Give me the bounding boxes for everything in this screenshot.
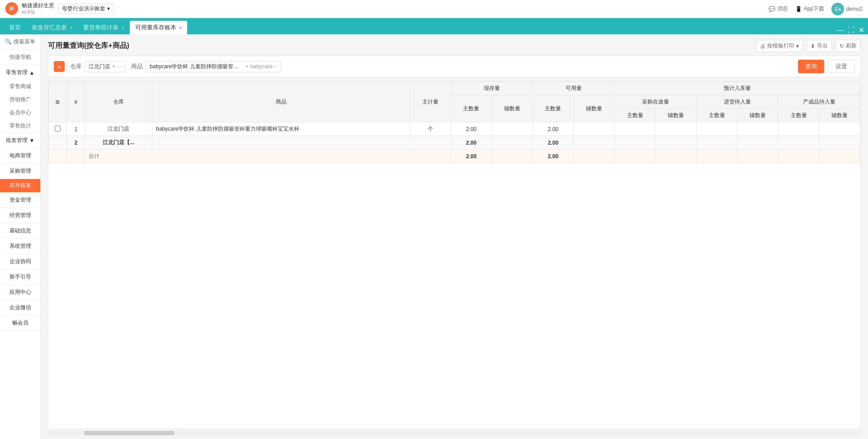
chevron-down-icon: ▾	[107, 5, 110, 12]
row2-pp-aux	[737, 136, 778, 150]
sidebar-item-purchase[interactable]: 采购管理	[0, 164, 40, 179]
row1-checkbox[interactable]	[49, 123, 67, 136]
warehouse-more[interactable]: ···	[117, 63, 122, 70]
scrollbar-thumb[interactable]	[84, 431, 175, 435]
prod-aux-qty-header: 辅数量	[819, 109, 860, 123]
window-maximize-button[interactable]: ⛶	[848, 26, 855, 34]
sidebar-item-ecommerce[interactable]: 电商管理	[0, 148, 40, 163]
summary-label: 合计	[85, 150, 451, 163]
sidebar-item-retail-stats[interactable]: 零售统计	[0, 119, 40, 132]
sidebar-group-wholesale: 批发管理 ▼	[0, 133, 40, 148]
no-column-header: #	[67, 82, 85, 123]
sidebar-item-appstore[interactable]: 应用中心	[0, 285, 40, 300]
table-row: 1 江北门店 babycare学饮杯 儿童防摔防撞吸管杯重力球吸嘴杯宝宝水杯 个…	[49, 123, 860, 136]
row1-warehouse: 江北门店	[85, 123, 152, 136]
row2-pt-aux	[656, 136, 697, 150]
settings-column-header[interactable]: ⚙	[49, 82, 67, 123]
template-print-button[interactable]: 🖨 按模板打印 ▾	[756, 40, 803, 52]
prod-main-qty-header: 主数量	[778, 109, 819, 123]
avatar: Ea	[831, 3, 844, 15]
row1-current-aux	[492, 123, 533, 136]
sidebar-group-purchase: 采购管理	[0, 164, 40, 179]
app-logo-text: 畅捷通好生意 标准版	[22, 2, 54, 15]
table-header-row-1: ⚙ # 仓库 商品 主计量 现存量 可用量 预计入库量	[49, 82, 860, 95]
sidebar-item-basic[interactable]: 基础信息	[0, 223, 40, 238]
summary-no	[67, 150, 85, 163]
warehouse-filter-value[interactable]: 江北门店 × ···	[85, 61, 126, 72]
row1-prod-main	[778, 123, 819, 136]
summary-checkbox	[49, 150, 67, 163]
row2-available-main: 2.00	[533, 136, 574, 150]
available-column-header: 可用量	[533, 82, 614, 95]
sidebar-group-operations: 经营管理	[0, 208, 40, 223]
summary-pt-aux	[656, 150, 697, 163]
tab-order-stats[interactable]: 要货单统计表 ×	[78, 21, 129, 34]
sidebar-search[interactable]: 🔍 搜索菜单	[0, 34, 40, 50]
main-layout: 🔍 搜索菜单 快捷导航 零售管理 ▲ 零售商城 营销推广 会员中心 零售统计	[0, 34, 868, 439]
sidebar-group-finance: 资金管理	[0, 193, 40, 208]
export-icon: ⬇	[811, 43, 815, 49]
sidebar-item-system[interactable]: 系统管理	[0, 239, 40, 254]
sidebar-group-retail-title[interactable]: 零售管理 ▲	[0, 65, 40, 80]
close-tab-receive-summary[interactable]: ×	[70, 25, 72, 30]
download-icon: 📱	[795, 6, 802, 12]
window-close-button[interactable]: ✕	[859, 26, 864, 34]
sidebar-group-system: 系统管理	[0, 239, 40, 254]
sidebar-item-member-center[interactable]: 会员中心	[0, 106, 40, 119]
row2-warehouse: 江北门店【...	[85, 136, 152, 150]
message-icon: 💬	[769, 6, 775, 12]
sidebar-item-enterprise[interactable]: 企业协同	[0, 254, 40, 269]
refresh-button[interactable]: ↻ 刷新	[835, 40, 861, 52]
chevron-icon: ▲	[29, 70, 35, 76]
product-close-icon[interactable]: ×	[245, 63, 249, 70]
product-more[interactable]: babycare···	[250, 63, 277, 70]
available-aux-qty-header: 辅数量	[574, 95, 615, 123]
horizontal-scrollbar[interactable]	[48, 431, 861, 435]
window-minimize-button[interactable]: —	[837, 26, 844, 34]
sidebar-item-retail-store[interactable]: 零售商城	[0, 80, 40, 93]
sidebar-quick-nav[interactable]: 快捷导航	[0, 50, 40, 65]
row1-pp-aux	[737, 123, 778, 136]
summary-prod-main	[778, 150, 819, 163]
sidebar-item-marketing[interactable]: 营销推广	[0, 93, 40, 106]
export-button[interactable]: ⬇ 导出	[807, 40, 832, 52]
chevron-icon-wholesale: ▼	[29, 137, 35, 144]
sidebar-item-inventory[interactable]: 库存核算	[0, 179, 40, 192]
summary-row: 合计 2.00 2.00	[49, 150, 860, 163]
product-filter-value[interactable]: babycare学饮杯 儿童防摔防撞吸管杯重力球吸嘴杯宝宝水杯 × babyca…	[146, 61, 281, 72]
sidebar-item-finance[interactable]: 资金管理	[0, 193, 40, 208]
purchase-pending-header: 进货待入量	[696, 95, 778, 109]
user-profile[interactable]: Ea demo2	[831, 3, 863, 15]
settings-button[interactable]: 设置	[828, 60, 855, 73]
pp-aux-qty-header: 辅数量	[737, 109, 778, 123]
row2-pt-main	[614, 136, 656, 150]
sidebar-item-wecom[interactable]: 企业微信	[0, 300, 40, 315]
sidebar-group-enterprise: 企业协同	[0, 254, 40, 269]
pt-main-qty-header: 主数量	[614, 109, 656, 123]
tab-receive-summary[interactable]: 收发存汇总表 ×	[26, 21, 78, 34]
tenant-selector[interactable]: 母婴行业演示账套 ▾	[58, 4, 114, 14]
sidebar-item-member[interactable]: 畅会员	[0, 316, 40, 330]
sidebar-group-wholesale-title[interactable]: 批发管理 ▼	[0, 133, 40, 148]
row2-checkbox[interactable]	[49, 136, 67, 150]
row1-pt-main	[614, 123, 656, 136]
summary-prod-aux	[819, 150, 860, 163]
message-button[interactable]: 💬 消息	[769, 5, 788, 13]
planned-in-column-header: 预计入库量	[614, 82, 860, 95]
current-stock-column-header: 现存量	[451, 82, 533, 95]
query-button[interactable]: 查询	[798, 60, 824, 73]
close-tab-available-stock[interactable]: ×	[179, 25, 182, 30]
tab-home[interactable]: 首页	[4, 21, 26, 34]
app-download-button[interactable]: 📱 App下载	[795, 5, 824, 13]
filter-expand-button[interactable]: »	[54, 61, 65, 72]
sidebar-item-operations[interactable]: 经营管理	[0, 208, 40, 223]
row2-product	[152, 136, 410, 150]
warehouse-close-icon[interactable]: ×	[112, 63, 115, 70]
close-tab-order-stats[interactable]: ×	[121, 25, 124, 30]
tab-available-stock[interactable]: 可用量库存账本 ×	[130, 21, 187, 34]
sidebar-item-newbie[interactable]: 新手引导	[0, 269, 40, 284]
sidebar-group-newbie: 新手引导	[0, 269, 40, 285]
inventory-table: ⚙ # 仓库 商品 主计量 现存量 可用量 预计入库量 主数量 辅数量 主数量 …	[48, 81, 860, 163]
search-icon: 🔍	[5, 38, 12, 45]
app-logo-icon: 好	[5, 2, 18, 15]
